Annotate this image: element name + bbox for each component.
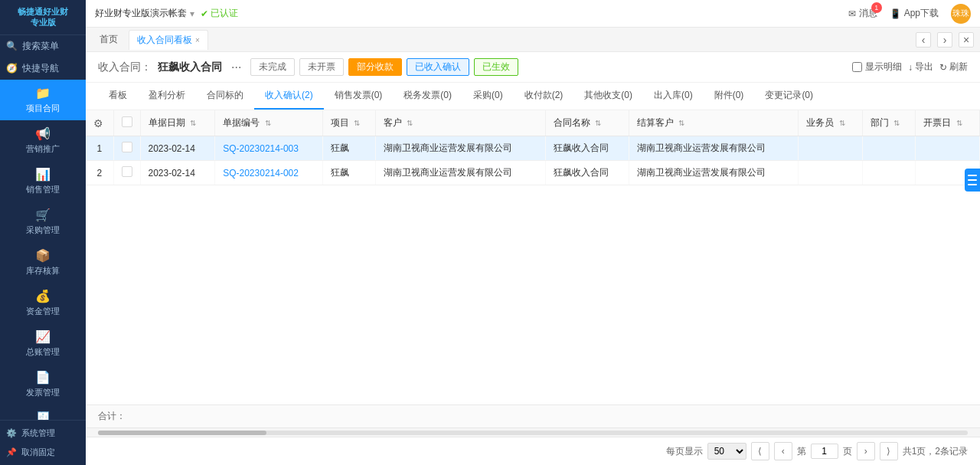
sub-tab-tax-invoice[interactable]: 税务发票(0) [393,83,462,110]
col-settle-customer-header[interactable]: 结算客户 ⇅ [629,110,799,136]
sidebar-item-sales[interactable]: 📊 销售管理 [0,161,86,201]
chevron-left-icon: ‹ [922,34,926,46]
col-salesperson-header[interactable]: 业务员 ⇅ [799,110,863,136]
tax-icon: 🧾 [35,411,51,420]
tab-next-button[interactable]: › [937,32,952,47]
sidebar-item-quick-nav[interactable]: 🧭 快捷导航 [0,57,86,80]
message-button[interactable]: ✉ 1 消息 [848,7,877,20]
col-project-header[interactable]: 项目 ⇅ [322,110,376,136]
row-department-0 [862,136,916,161]
sidebar-item-label: 销售管理 [26,184,60,195]
user-avatar-area[interactable]: 珠珠 [951,4,971,24]
tab-close-button[interactable]: × [195,36,200,44]
sidebar-item-invoice[interactable]: 📄 发票管理 [0,364,86,404]
settings-icon[interactable]: ⚙ [93,117,103,129]
fund-icon: 💰 [35,289,51,303]
col-contract-name-header[interactable]: 合同名称 ⇅ [545,110,629,136]
row-checkbox-1[interactable] [113,161,140,185]
company-selector[interactable]: 好业财专业版演示帐套 ▾ [95,7,194,20]
select-all-checkbox[interactable] [122,116,132,127]
row-contract-name-0: 狂飙收入合同 [545,136,629,161]
next-page-button[interactable]: › [857,442,875,460]
sidebar-item-unpin[interactable]: 📌 取消固定 [0,443,86,462]
per-page-label: 每页显示 [666,445,703,458]
tab-home[interactable]: 首页 [92,30,126,49]
tab-contract-board[interactable]: 收入合同看板 × [129,30,208,50]
refresh-button[interactable]: ↻ 刷新 [939,61,968,74]
system-icon: ⚙️ [6,428,17,438]
prev-page-button[interactable]: ‹ [774,442,792,460]
first-page-button[interactable]: ⟨ [751,442,769,460]
sort-dept-icon: ⇅ [893,119,900,127]
col-date-header[interactable]: 单据日期 ⇅ [140,110,215,136]
col-salesperson-label: 业务员 [806,117,834,128]
row-select-checkbox-0[interactable] [122,142,132,152]
tab-prev-button[interactable]: ‹ [916,32,931,47]
col-customer-header[interactable]: 客户 ⇅ [376,110,546,136]
sidebar-item-inventory[interactable]: 📦 库存核算 [0,242,86,283]
horizontal-scrollbar[interactable] [86,427,980,437]
logo-text-line1: 畅捷通好业财 [18,6,68,17]
contract-status-bar: 未完成 未开票 部分收款 已收入确认 已生效 [250,58,518,76]
app-download-icon: 📱 [890,8,901,19]
sub-tab-attachment[interactable]: 附件(0) [704,83,755,110]
sub-tab-revenue-confirm[interactable]: 收入确认(2) [254,83,324,110]
status-btn-revenue-confirmed[interactable]: 已收入确认 [407,58,469,76]
sub-tab-purchase[interactable]: 采购(0) [462,83,514,110]
sub-tab-profit[interactable]: 盈利分析 [138,83,196,110]
sidebar-item-purchase[interactable]: 🛒 采购管理 [0,201,86,242]
right-sidebar-toggle[interactable] [965,169,980,192]
status-btn-uninvoiced[interactable]: 未开票 [299,58,344,76]
per-page-select[interactable]: 20 50 100 [707,443,746,460]
sub-tab-board[interactable]: 看板 [98,83,138,110]
sort-salesperson-icon: ⇅ [839,119,845,127]
col-department-header[interactable]: 部门 ⇅ [862,110,916,136]
app-download-button[interactable]: 📱 App下载 [890,7,939,20]
first-icon: ⟨ [758,446,762,457]
order-no-link-0[interactable]: SQ-20230214-003 [223,143,299,154]
sidebar-item-project-contract[interactable]: 📁 项目合同 [0,80,86,120]
status-btn-effective[interactable]: 已生效 [474,58,518,76]
more-options-button[interactable]: ··· [231,61,241,74]
col-order-no-label: 单据编号 [223,117,260,128]
row-select-checkbox-1[interactable] [122,166,132,177]
sidebar-item-ledger[interactable]: 📈 总账管理 [0,323,86,364]
status-btn-incomplete[interactable]: 未完成 [250,58,295,76]
data-table: ⚙ 单据日期 ⇅ 单据编号 ⇅ [86,110,980,185]
sub-tab-warehouse[interactable]: 出入库(0) [643,83,704,110]
page-number-input[interactable] [811,444,838,459]
show-detail-checkbox[interactable] [852,62,862,72]
col-invoice-date-header[interactable]: 开票日 ⇅ [916,110,980,136]
sub-tab-sales-invoice[interactable]: 销售发票(0) [324,83,394,110]
tab-close-all-button[interactable]: × [959,32,974,47]
sidebar-item-system[interactable]: ⚙️ 系统管理 [0,424,86,443]
sub-tab-contract-subject[interactable]: 合同标的 [196,83,254,110]
sidebar-bottom-area: ⚙️ 系统管理 📌 取消固定 [0,420,86,465]
sidebar-item-search[interactable]: 🔍 搜索菜单 [0,35,86,57]
tab-active-label: 收入合同看板 [137,34,192,47]
show-detail-checkbox-area[interactable]: 显示明细 [852,61,902,74]
order-no-link-1[interactable]: SQ-20230214-002 [223,168,299,178]
sub-tab-payment[interactable]: 收付款(2) [514,83,574,110]
refresh-icon: ↻ [939,62,947,73]
col-order-no-header[interactable]: 单据编号 ⇅ [215,110,322,136]
last-icon: ⟩ [887,446,890,457]
sidebar-item-fund[interactable]: 💰 资金管理 [0,283,86,323]
row-customer-1: 湖南卫视商业运营发展有限公司 [376,161,546,185]
row-index-0: 1 [86,136,113,161]
row-order-no-0[interactable]: SQ-20230214-003 [215,136,322,161]
scrollbar-thumb[interactable] [98,431,266,435]
status-btn-partial-receipt[interactable]: 部分收款 [348,58,402,76]
col-invoice-date-label: 开票日 [923,117,951,128]
row-project-0: 狂飙 [322,136,376,161]
sub-tab-change-log[interactable]: 变更记录(0) [754,83,824,110]
prev-icon: ‹ [782,446,785,457]
search-icon: 🔍 [6,41,18,51]
row-order-no-1[interactable]: SQ-20230214-002 [215,161,322,185]
sub-tab-other-income[interactable]: 其他收支(0) [573,83,643,110]
export-button[interactable]: ↓ 导出 [908,61,933,74]
sidebar-item-marketing[interactable]: 📢 营销推广 [0,120,86,161]
last-page-button[interactable]: ⟩ [880,442,898,460]
row-checkbox-0[interactable] [113,136,140,161]
sidebar-item-tax[interactable]: 🧾 税务管理 [0,404,86,420]
